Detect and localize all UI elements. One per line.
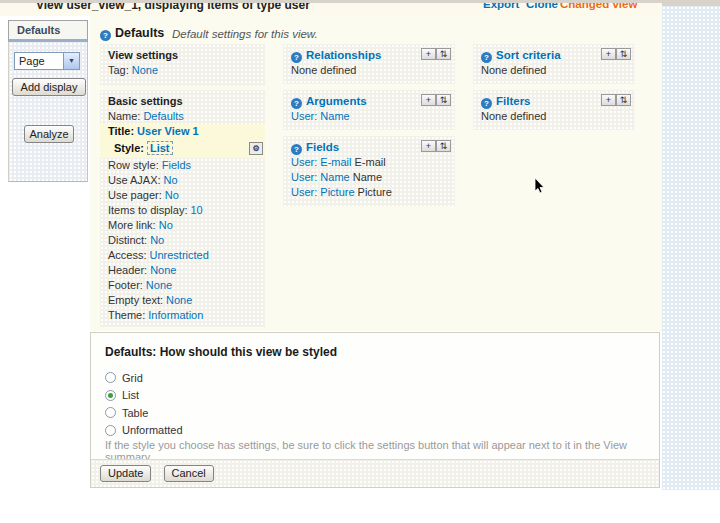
field-item-email: User: E-mailE-mail	[291, 155, 447, 170]
title-value-link[interactable]: User View 1	[137, 125, 199, 137]
style-settings-gear-icon[interactable]: ⚙	[249, 142, 263, 155]
setting-row-items: Items to display:10	[108, 203, 257, 218]
add-relationship-button[interactable]: +	[421, 48, 436, 60]
help-icon: ?	[291, 98, 302, 109]
setting-row-ajax: Use AJAX:No	[108, 173, 257, 188]
argument-user-name-link[interactable]: User: Name	[291, 110, 350, 122]
export-link[interactable]: Export	[483, 3, 519, 10]
setting-row-empty-text: Empty text:None	[108, 293, 257, 308]
display-type-value: Page	[19, 55, 45, 67]
rearrange-relationships-button[interactable]: ⇅	[436, 48, 451, 60]
radio-label: Grid	[122, 372, 143, 384]
ajax-value-link[interactable]: No	[164, 174, 178, 186]
add-filter-button[interactable]: +	[601, 94, 616, 106]
radio-icon[interactable]	[105, 372, 116, 383]
radio-icon[interactable]	[105, 407, 116, 418]
view-settings-box: View settings Tag:None	[100, 44, 265, 86]
more-link-value-link[interactable]: No	[159, 219, 173, 231]
pager-value-link[interactable]: No	[165, 189, 179, 201]
help-icon: ?	[481, 52, 492, 63]
field-name-link[interactable]: User: Name	[291, 171, 350, 183]
filters-empty: None defined	[481, 109, 627, 124]
tab-defaults[interactable]: Defaults	[8, 20, 88, 42]
filters-title-link[interactable]: ?Filters	[481, 95, 531, 107]
add-sort-button[interactable]: +	[601, 48, 616, 60]
display-sidebar: Page ▼ Add display Analyze	[8, 42, 88, 182]
header-value-link[interactable]: None	[150, 264, 176, 276]
arguments-box: +⇅ ?Arguments User: Name	[283, 90, 455, 130]
style-settings-panel: Defaults: How should this view be styled…	[90, 332, 660, 488]
help-icon: ?	[481, 98, 492, 109]
field-item-name: User: NameName	[291, 170, 447, 185]
footer-value-link[interactable]: None	[146, 279, 172, 291]
setting-row-more-link: More link:No	[108, 218, 257, 233]
basic-settings-box: Basic settings Name:Defaults Title:User …	[100, 90, 265, 327]
rearrange-filters-button[interactable]: ⇅	[616, 94, 631, 106]
setting-row-header: Header:None	[108, 263, 257, 278]
overview-subtitle: Default settings for this view.	[172, 28, 318, 40]
help-icon: ?	[291, 144, 302, 155]
setting-row-tag: Tag:None	[108, 63, 257, 78]
relationships-box: +⇅ ?Relationships None defined	[283, 44, 455, 84]
display-settings-region: ?Defaults Default settings for this view…	[90, 16, 662, 331]
setting-row-row-style: Row style:Fields	[108, 158, 257, 173]
setting-row-access: Access:Unrestricted	[108, 248, 257, 263]
relationships-title-link[interactable]: ?Relationships	[291, 49, 381, 61]
arguments-title-link[interactable]: ?Arguments	[291, 95, 367, 107]
row-style-value-link[interactable]: Fields	[162, 159, 191, 171]
display-type-select[interactable]: Page ▼	[14, 52, 80, 70]
name-value-link[interactable]: Defaults	[143, 110, 183, 122]
rearrange-sorts-button[interactable]: ⇅	[616, 48, 631, 60]
view-header-strip: View user_view_1, displaying items of ty…	[0, 3, 662, 16]
setting-row-theme: Theme:Information	[108, 308, 257, 323]
radio-icon[interactable]	[105, 425, 116, 436]
field-item-picture: User: PicturePicture	[291, 185, 447, 200]
radio-icon[interactable]	[105, 390, 116, 401]
setting-row-style: Style:List ⚙	[100, 140, 265, 158]
overview-title: ?Defaults	[100, 26, 164, 41]
page-title: View user_view_1, displaying items of ty…	[36, 3, 310, 12]
help-icon: ?	[291, 52, 302, 63]
chevron-down-icon: ▼	[63, 53, 79, 69]
rearrange-fields-button[interactable]: ⇅	[436, 140, 451, 152]
setting-row-name: Name:Defaults	[108, 109, 257, 124]
rearrange-arguments-button[interactable]: ⇅	[436, 94, 451, 106]
relationships-empty: None defined	[291, 63, 447, 78]
radio-label: List	[122, 389, 139, 401]
add-field-button[interactable]: +	[421, 140, 436, 152]
basic-settings-title: Basic settings	[108, 94, 257, 109]
help-icon[interactable]: ?	[100, 30, 111, 41]
radio-option-list[interactable]: List	[105, 387, 183, 405]
field-picture-link[interactable]: User: Picture	[291, 186, 355, 198]
analyze-button[interactable]: Analyze	[24, 125, 74, 143]
view-settings-title: View settings	[108, 48, 257, 63]
style-form-title: Defaults: How should this view be styled	[105, 345, 337, 359]
setting-row-footer: Footer:None	[108, 278, 257, 293]
items-value-link[interactable]: 10	[190, 204, 202, 216]
cancel-button[interactable]: Cancel	[164, 465, 214, 482]
update-button[interactable]: Update	[100, 465, 151, 482]
sort-criteria-box: +⇅ ?Sort criteria None defined	[473, 44, 635, 84]
setting-row-title: Title:User View 1	[100, 124, 265, 140]
distinct-value-link[interactable]: No	[150, 234, 164, 246]
setting-row-pager: Use pager:No	[108, 188, 257, 203]
add-display-button[interactable]: Add display	[12, 78, 86, 96]
sort-criteria-title-link[interactable]: ?Sort criteria	[481, 49, 561, 61]
radio-option-table[interactable]: Table	[105, 404, 183, 422]
access-value-link[interactable]: Unrestricted	[150, 249, 209, 261]
tag-value-link[interactable]: None	[132, 64, 158, 76]
tab-defaults-label: Defaults	[17, 24, 60, 36]
empty-text-value-link[interactable]: None	[166, 294, 192, 306]
radio-option-unformatted[interactable]: Unformatted	[105, 422, 183, 440]
sort-criteria-empty: None defined	[481, 63, 627, 78]
fields-title-link[interactable]: ?Fields	[291, 141, 339, 153]
field-email-link[interactable]: User: E-mail	[291, 156, 352, 168]
clone-link[interactable]: Clone	[526, 3, 558, 10]
style-value-link[interactable]: List	[147, 141, 173, 155]
theme-value-link[interactable]: Information	[148, 309, 203, 321]
fields-box: +⇅ ?Fields User: E-mailE-mail User: Name…	[283, 136, 455, 206]
page-background-texture	[662, 6, 720, 490]
add-argument-button[interactable]: +	[421, 94, 436, 106]
radio-option-grid[interactable]: Grid	[105, 369, 183, 387]
form-actions: Update Cancel	[91, 459, 659, 487]
